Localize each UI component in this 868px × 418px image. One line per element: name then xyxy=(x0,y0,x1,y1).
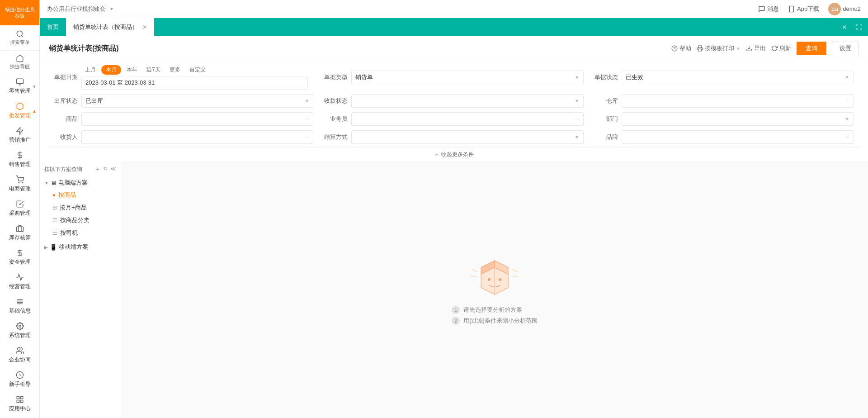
mobile-expand-arrow: ▶ xyxy=(44,245,48,250)
date-range-value: 2023-03-01 至 2023-03-31 xyxy=(85,79,304,87)
tab-stats-close[interactable]: ✕ xyxy=(142,24,147,30)
svg-point-11 xyxy=(17,347,20,350)
sidebar-item-wholesale[interactable]: 批发管理 ▲ xyxy=(0,99,39,123)
empty-illustration xyxy=(467,252,522,297)
settlement-input[interactable]: ▼ xyxy=(351,130,583,144)
salesman-label: 业务员 xyxy=(319,115,351,123)
desktop-expand-arrow: ▼ xyxy=(44,180,49,185)
scheme-item-by-category[interactable]: ☰ 按商品分类 xyxy=(40,214,121,227)
scheme-item-by-month-goods[interactable]: ⊞ 按月+商品 xyxy=(40,201,121,214)
industry-dropdown-arrow[interactable]: ▼ xyxy=(109,6,114,11)
date-tab-custom[interactable]: 自定义 xyxy=(186,65,209,75)
outstatus-input[interactable]: 已出库 ▼ xyxy=(81,94,313,108)
sidebar-sales-label: 销售管理 xyxy=(9,161,31,168)
mobile-icon: 📱 xyxy=(50,244,57,251)
salesman-input[interactable]: ··· xyxy=(351,112,583,126)
date-tab-lastmonth[interactable]: 上月 xyxy=(81,65,99,75)
svg-line-31 xyxy=(512,270,517,272)
sidebar-item-finance[interactable]: 资金管理 xyxy=(0,245,39,270)
help-action[interactable]: 帮助 xyxy=(671,44,691,52)
app-download-item[interactable]: App下载 xyxy=(788,5,819,13)
brand-input[interactable]: ··· xyxy=(622,130,854,144)
sidebar-item-basic[interactable]: 基础信息 xyxy=(0,294,39,318)
sidebar: 畅捷信好生意 标版 搜索菜单 快捷导航 零售管理 ▼ 批发管理 ▲ 营销推广 xyxy=(0,0,40,418)
tab-maximize-btn[interactable]: ⛶ xyxy=(854,22,864,33)
refresh-scheme-icon[interactable]: ↻ xyxy=(103,166,108,173)
export-label: 导出 xyxy=(754,44,766,52)
sidebar-item-appstore[interactable]: 应用中心 xyxy=(0,392,39,416)
search-menu-item[interactable]: 搜索菜单 xyxy=(0,25,39,51)
svg-point-27 xyxy=(488,278,491,281)
brand-dots-icon: ··· xyxy=(845,134,849,140)
export-action[interactable]: 导出 xyxy=(746,44,766,52)
empty-step1: 1 请先选择要分析的方案 xyxy=(452,306,537,314)
by-driver-label: 按司机 xyxy=(60,229,78,237)
sidebar-marketing-label: 营销推广 xyxy=(9,136,31,144)
date-tab-7days[interactable]: 近7天 xyxy=(143,65,164,75)
sidebar-appstore-label: 应用中心 xyxy=(9,405,31,413)
sidebar-item-enterprise[interactable]: 企业协同 xyxy=(0,343,39,367)
sidebar-item-marketing[interactable]: 营销推广 xyxy=(0,123,39,147)
sidebar-item-ecommerce[interactable]: 电商管理 xyxy=(0,172,39,196)
goods-input[interactable]: ··· xyxy=(81,112,313,126)
collapse-scheme-icon[interactable]: ≪ xyxy=(110,166,116,173)
doctype-input[interactable]: 销货单 ▼ xyxy=(351,71,583,84)
scheme-item-by-driver[interactable]: ☰ 按司机 xyxy=(40,227,121,239)
sidebar-wholesale-arrow: ▲ xyxy=(32,109,37,114)
receiver-dots-icon: ··· xyxy=(305,134,309,140)
by-driver-icon: ☰ xyxy=(52,230,57,236)
tabbar: 首页 销货单统计表（按商品） ✕ ✕ ⛶ xyxy=(40,18,868,36)
message-item[interactable]: 消息 xyxy=(758,5,779,13)
username: demo2 xyxy=(843,5,861,12)
industry-name: 办公用品行业模拟账套 xyxy=(47,5,106,13)
by-goods-label: 按商品 xyxy=(58,191,76,199)
desktop-scheme-title[interactable]: ▼ 🖥 电脑端方案 xyxy=(40,177,121,189)
date-tab-thisyear[interactable]: 本年 xyxy=(123,65,141,75)
sidebar-item-retail[interactable]: 零售管理 ▼ xyxy=(0,74,39,99)
svg-rect-16 xyxy=(20,400,23,403)
sidebar-item-newuser[interactable]: 新手引导 xyxy=(0,367,39,392)
settlement-label: 结算方式 xyxy=(319,133,351,141)
help-label: 帮助 xyxy=(679,44,691,52)
mobile-scheme-label: 移动端方案 xyxy=(59,243,88,251)
by-category-label: 按商品分类 xyxy=(60,216,90,224)
collapse-bar[interactable]: 收起更多条件 xyxy=(49,147,859,161)
sidebar-retail-label: 零售管理 xyxy=(9,87,31,95)
collapse-label: 收起更多条件 xyxy=(441,151,474,158)
print-action[interactable]: 按模板打印 ▼ xyxy=(697,44,741,52)
sidebar-item-sales[interactable]: 销售管理 xyxy=(0,147,39,172)
date-range-input[interactable]: 2023-03-01 至 2023-03-31 xyxy=(81,76,308,90)
settings-button[interactable]: 设置 xyxy=(832,42,859,55)
refresh-action[interactable]: 刷新 xyxy=(771,44,791,52)
user-avatar-item[interactable]: Ea demo2 xyxy=(828,3,861,15)
goods-filter-cell: 商品 ··· xyxy=(49,112,319,126)
date-tab-more[interactable]: 更多 xyxy=(166,65,184,75)
docstatus-input[interactable]: 已生效 ▼ xyxy=(622,71,854,84)
desktop-scheme-section: ▼ 🖥 电脑端方案 ● 按商品 ⊞ 按月+商品 ☰ 按商品分类 xyxy=(40,177,121,239)
mobile-scheme-title[interactable]: ▶ 📱 移动端方案 xyxy=(40,241,121,253)
tab-close-btn[interactable]: ✕ xyxy=(839,22,850,33)
svg-point-28 xyxy=(499,278,501,281)
sidebar-item-wechat[interactable]: 企业微信 xyxy=(0,416,39,418)
quick-nav-item[interactable]: 快捷导航 xyxy=(0,51,39,74)
print-arrow[interactable]: ▼ xyxy=(736,46,741,51)
tab-home[interactable]: 首页 xyxy=(40,18,66,36)
receiver-input[interactable]: ··· xyxy=(81,130,313,144)
date-filter-cell: 单据日期 上月 本月 本年 近7天 更多 自定义 2023-03-01 至 20… xyxy=(49,65,319,90)
filter-panel: 单据日期 上月 本月 本年 近7天 更多 自定义 2023-03-01 至 20… xyxy=(40,59,868,161)
scheme-item-by-goods[interactable]: ● 按商品 xyxy=(40,189,121,201)
by-goods-icon: ● xyxy=(52,192,56,198)
paystatus-input[interactable]: ▼ xyxy=(351,94,583,108)
query-button[interactable]: 查询 xyxy=(797,42,826,55)
topbar: 办公用品行业模拟账套 ▼ 消息 App下载 Ea demo2 xyxy=(40,0,868,18)
dept-input[interactable]: ▼ xyxy=(622,112,854,126)
add-scheme-icon[interactable]: ＋ xyxy=(95,166,100,173)
sidebar-item-operation[interactable]: 经营管理 xyxy=(0,270,39,294)
warehouse-input[interactable]: ··· xyxy=(622,94,854,108)
sidebar-item-inventory[interactable]: 库存核算 xyxy=(0,221,39,245)
date-tab-thismonth[interactable]: 本月 xyxy=(101,65,121,75)
tab-stats[interactable]: 销货单统计表（按商品） ✕ xyxy=(66,18,154,36)
sidebar-item-system[interactable]: 系统管理 xyxy=(0,318,39,343)
message-label: 消息 xyxy=(767,5,779,13)
sidebar-item-purchase[interactable]: 采购管理 xyxy=(0,196,39,221)
